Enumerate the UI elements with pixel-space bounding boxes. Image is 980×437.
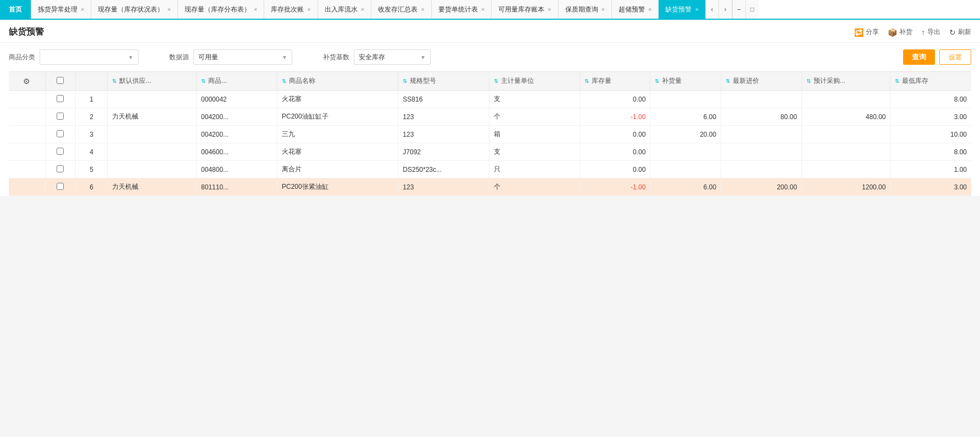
row-checkbox[interactable] xyxy=(57,148,64,155)
tab-inout-flow[interactable]: 出入库流水 × xyxy=(318,0,371,19)
row-minstock: 10.00 xyxy=(890,126,971,143)
row-checkbox[interactable] xyxy=(57,183,64,190)
row-checkbox[interactable] xyxy=(57,165,64,172)
row-checkbox-cell[interactable] xyxy=(45,108,75,126)
column-price-label: 最新进价 xyxy=(733,76,759,86)
category-arrow-icon: ▼ xyxy=(128,54,133,60)
tab-inventory-dist-label: 现存量（库存分布表） xyxy=(185,5,250,14)
tab-exception-label: 拣货异常处理 xyxy=(38,5,77,14)
column-unit[interactable]: ⇅ 主计量单位 xyxy=(489,72,580,91)
column-code[interactable]: ⇅ 商品... xyxy=(197,72,277,91)
row-stock: 0.00 xyxy=(580,143,650,161)
column-repl[interactable]: ⇅ 补货量 xyxy=(650,72,721,91)
column-name[interactable]: ⇅ 商品名称 xyxy=(277,72,398,91)
tab-inventory-dist-close[interactable]: × xyxy=(254,7,257,13)
row-checkbox-cell[interactable] xyxy=(45,161,75,178)
tab-home[interactable]: 首页 xyxy=(0,0,31,19)
gear-icon[interactable]: ⚙ xyxy=(23,77,30,86)
tab-available-ledger[interactable]: 可用量库存账本 × xyxy=(492,0,558,19)
column-planpurchase-label: 预计采购... xyxy=(814,76,845,86)
tab-maximize-button[interactable]: □ xyxy=(745,0,759,19)
tab-expiry-query-close[interactable]: × xyxy=(602,7,605,13)
column-price[interactable]: ⇅ 最新进价 xyxy=(721,72,801,91)
column-spec[interactable]: ⇅ 规格型号 xyxy=(398,72,489,91)
column-supplier[interactable]: ⇅ 默认供应... xyxy=(108,72,197,91)
column-stock[interactable]: ⇅ 库存量 xyxy=(580,72,650,91)
column-planpurchase[interactable]: ⇅ 预计采购... xyxy=(801,72,890,91)
datasource-select[interactable]: 可用量 ▼ xyxy=(193,49,292,65)
tab-exception-close[interactable]: × xyxy=(81,7,84,13)
tab-overstock-label: 超储预警 xyxy=(619,5,645,14)
tab-batch-account[interactable]: 库存批次账 × xyxy=(264,0,318,19)
tab-inventory-status-close[interactable]: × xyxy=(167,7,170,13)
settings-button[interactable]: 设置 xyxy=(939,49,971,65)
tab-batch-account-close[interactable]: × xyxy=(307,7,310,13)
tab-overstock[interactable]: 超储预警 × xyxy=(612,0,659,19)
tab-next-button[interactable]: › xyxy=(719,0,732,19)
row-supplier xyxy=(108,161,197,178)
row-unit: 箱 xyxy=(489,126,580,143)
query-button[interactable]: 查询 xyxy=(903,49,935,65)
table-header-row: ⚙ ⇅ 默认供应... ⇅ 商 xyxy=(9,72,971,91)
column-name-label: 商品名称 xyxy=(289,76,315,86)
row-stock: 0.00 xyxy=(580,126,650,143)
page-header: 缺货预警 🔁 分享 📦 补货 ↑ 导出 ↻ 刷新 xyxy=(0,20,980,43)
column-minstock[interactable]: ⇅ 最低库存 xyxy=(890,72,971,91)
sort-icon-price: ⇅ xyxy=(726,78,730,84)
row-code: 0000042 xyxy=(197,91,277,108)
table-container: ⚙ ⇅ 默认供应... ⇅ 商 xyxy=(0,71,980,196)
row-checkbox-cell[interactable] xyxy=(45,178,75,196)
sort-icon-spec: ⇅ xyxy=(403,78,407,84)
tab-inout-flow-close[interactable]: × xyxy=(361,7,364,13)
row-checkbox-cell[interactable] xyxy=(45,143,75,161)
row-repl: 6.00 xyxy=(650,178,721,196)
column-checkbox-header[interactable] xyxy=(45,72,75,91)
row-checkbox-cell[interactable] xyxy=(45,126,75,143)
refresh-button[interactable]: ↻ 刷新 xyxy=(949,27,971,37)
tab-inventory-dist[interactable]: 现存量（库存分布表） × xyxy=(178,0,264,19)
tab-prev-button[interactable]: ‹ xyxy=(706,0,719,19)
row-checkbox[interactable] xyxy=(57,130,64,137)
tab-shortage[interactable]: 缺货预警 × xyxy=(659,0,705,19)
export-button[interactable]: ↑ 导出 xyxy=(921,27,940,37)
row-minstock: 8.00 xyxy=(890,91,971,108)
tab-overstock-close[interactable]: × xyxy=(648,7,652,13)
tab-shortage-close[interactable]: × xyxy=(695,7,698,13)
row-minstock: 3.00 xyxy=(890,108,971,126)
tab-minimize-button[interactable]: – xyxy=(732,0,745,19)
row-checkbox-cell[interactable] xyxy=(45,91,75,108)
row-supplier xyxy=(108,143,197,161)
restockbasis-select[interactable]: 安全库存 ▼ xyxy=(354,49,431,65)
row-gear-cell xyxy=(9,143,45,161)
column-gear[interactable]: ⚙ xyxy=(9,72,45,91)
row-unit: 个 xyxy=(489,108,580,126)
row-repl xyxy=(650,143,721,161)
sort-icon-code: ⇅ xyxy=(201,78,205,84)
refresh-label: 刷新 xyxy=(958,27,971,37)
row-checkbox[interactable] xyxy=(57,95,64,102)
share-button[interactable]: 🔁 分享 xyxy=(854,27,879,37)
category-filter-group: 商品分类 ▼ xyxy=(9,49,138,65)
tab-receive-summary-close[interactable]: × xyxy=(421,7,424,13)
tab-inventory-status[interactable]: 现存量（库存状况表） × xyxy=(91,0,177,19)
tab-home-label: 首页 xyxy=(9,5,22,14)
restockbasis-label: 补货基数 xyxy=(323,53,349,62)
row-unit: 只 xyxy=(489,161,580,178)
column-num xyxy=(75,72,108,91)
row-num: 6 xyxy=(75,178,108,196)
tab-demand-stat-close[interactable]: × xyxy=(481,7,485,13)
select-all-checkbox[interactable] xyxy=(57,77,64,84)
table-body: 1 0000042 火花塞 SS816 支 0.00 8.00 2 力天机械 0… xyxy=(9,91,971,196)
tab-receive-summary[interactable]: 收发存汇总表 × xyxy=(371,0,431,19)
tab-demand-stat[interactable]: 要货单统计表 × xyxy=(432,0,492,19)
restock-button[interactable]: 📦 补货 xyxy=(888,27,912,37)
category-select[interactable]: ▼ xyxy=(40,49,138,65)
sort-icon-supplier: ⇅ xyxy=(112,78,116,84)
tab-expiry-query[interactable]: 保质期查询 × xyxy=(559,0,612,19)
tab-exception[interactable]: 拣货异常处理 × xyxy=(31,0,91,19)
row-price xyxy=(721,161,801,178)
tab-available-ledger-close[interactable]: × xyxy=(548,7,551,13)
refresh-icon: ↻ xyxy=(949,28,956,37)
row-name: 三九 xyxy=(277,126,398,143)
row-checkbox[interactable] xyxy=(57,113,64,120)
